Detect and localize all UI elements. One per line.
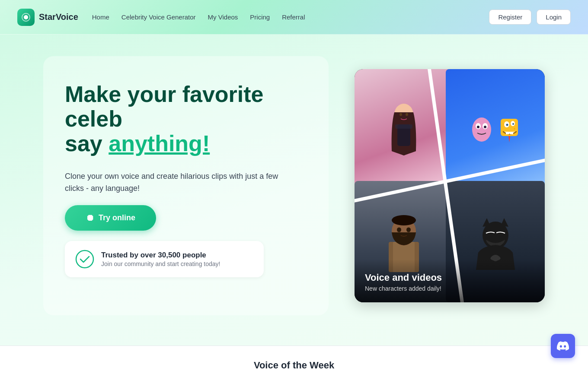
hero-right: Voice and videos New characters added da…	[355, 69, 545, 302]
svg-point-26	[392, 215, 416, 225]
nav-celebrity-voice-generator[interactable]: Celebrity Voice Generator	[121, 13, 196, 21]
trust-card: Trusted by over 30,500 people Join our c…	[65, 241, 264, 277]
svg-point-28	[406, 227, 411, 232]
play-icon: ⏺	[86, 213, 94, 223]
caption-sub: New characters added daily!	[365, 285, 534, 292]
bottom-bar: Voice of the Week	[0, 346, 588, 371]
header: StarVoice Home Celebrity Voice Generator…	[0, 0, 588, 35]
hero-title-highlight: anything!	[109, 131, 210, 156]
nav-my-videos[interactable]: My Videos	[208, 13, 238, 21]
svg-point-19	[512, 123, 514, 125]
svg-rect-21	[510, 132, 513, 134]
nav: Home Celebrity Voice Generator My Videos…	[92, 13, 305, 21]
login-button[interactable]: Login	[537, 10, 571, 25]
hero-title-part1: Make your favorite celeb	[65, 82, 264, 131]
trust-info: Trusted by over 30,500 people Join our c…	[101, 251, 220, 267]
svg-point-18	[506, 124, 508, 126]
try-online-label: Try online	[99, 213, 135, 222]
brand-name: StarVoice	[39, 12, 78, 22]
nav-referral[interactable]: Referral	[282, 13, 305, 21]
nav-home[interactable]: Home	[92, 13, 109, 21]
svg-point-11	[484, 126, 486, 128]
register-button[interactable]: Register	[489, 10, 531, 25]
svg-rect-20	[506, 132, 509, 134]
hero-subtitle: Clone your own voice and create hilariou…	[65, 170, 290, 195]
discord-widget[interactable]	[551, 334, 575, 358]
logo[interactable]: StarVoice	[17, 9, 78, 26]
svg-rect-6	[395, 124, 412, 129]
collage-caption: Voice and videos New characters added da…	[355, 259, 545, 302]
header-left: StarVoice Home Celebrity Voice Generator…	[17, 9, 305, 26]
trust-title: Trusted by over 30,500 people	[101, 251, 220, 260]
collage-wrapper: Voice and videos New characters added da…	[355, 69, 545, 302]
hero-title: Make your favorite celeb say anything!	[65, 82, 307, 156]
nav-pricing[interactable]: Pricing	[250, 13, 270, 21]
logo-icon	[17, 9, 35, 26]
trust-sub: Join our community and start creating to…	[101, 260, 220, 267]
discord-icon	[557, 340, 569, 352]
svg-point-1	[76, 251, 93, 268]
svg-point-27	[397, 227, 401, 232]
check-circle-icon	[75, 250, 94, 269]
svg-point-10	[477, 126, 479, 128]
try-online-button[interactable]: ⏺ Try online	[65, 205, 156, 231]
header-right: Register Login	[489, 10, 571, 25]
hero-title-part2: say	[65, 131, 109, 156]
svg-point-15	[514, 128, 515, 130]
caption-title: Voice and videos	[365, 272, 534, 283]
svg-point-7	[472, 117, 491, 142]
svg-point-4	[406, 113, 408, 116]
hero-left: Make your favorite celeb say anything! C…	[43, 56, 329, 315]
voice-of-week-title: Voice of the Week	[26, 360, 562, 371]
svg-point-0	[24, 15, 28, 19]
hero-section: Make your favorite celeb say anything! C…	[0, 35, 588, 346]
svg-point-3	[399, 113, 402, 116]
